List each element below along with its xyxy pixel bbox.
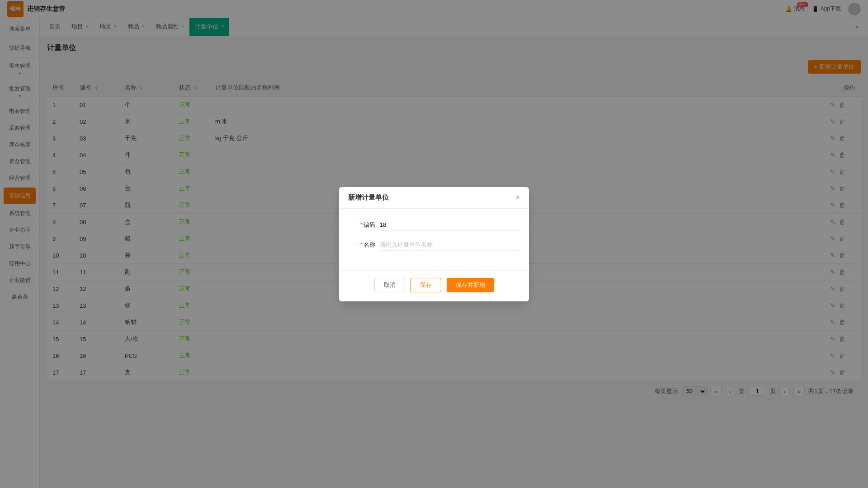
form-row-name: 名称 [348, 239, 520, 250]
modal-footer: 取消 保存 保存并新增 [339, 270, 529, 301]
modal-header: 新增计量单位 × [339, 187, 529, 209]
modal-close-button[interactable]: × [516, 193, 520, 202]
name-input[interactable] [380, 239, 520, 250]
add-unit-modal: 新增计量单位 × 编码 名称 取消 保存 保存并新增 [339, 187, 529, 301]
save-button[interactable]: 保存 [410, 278, 441, 292]
form-row-code: 编码 [348, 220, 520, 230]
modal-body: 编码 名称 [339, 209, 529, 270]
modal-title: 新增计量单位 [348, 193, 389, 202]
form-label-code: 编码 [348, 221, 375, 229]
save-and-add-button[interactable]: 保存并新增 [447, 278, 494, 292]
form-label-name: 名称 [348, 241, 375, 249]
modal-overlay[interactable]: 新增计量单位 × 编码 名称 取消 保存 保存并新增 [0, 0, 868, 488]
code-input[interactable] [380, 220, 520, 230]
cancel-button[interactable]: 取消 [374, 278, 405, 292]
